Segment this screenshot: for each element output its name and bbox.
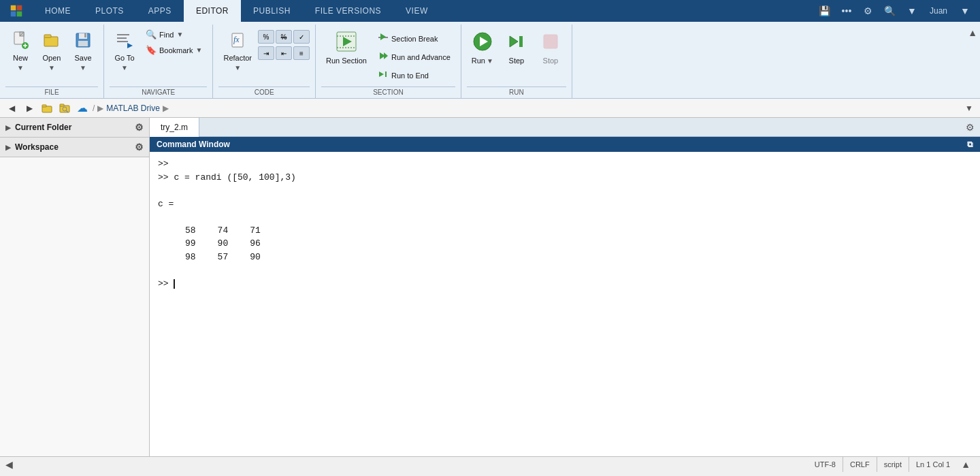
- cmd-prompt-cursor[interactable]: >>: [158, 277, 972, 291]
- run-end-label: Run to End: [391, 72, 429, 80]
- stop-label: Stop: [543, 57, 559, 65]
- find-button[interactable]: 🔍 Find ▼: [141, 27, 207, 42]
- save-label: Save: [74, 54, 91, 63]
- svg-marker-30: [384, 52, 388, 59]
- cmd-blank-3: [158, 264, 972, 277]
- section-break-button[interactable]: Section Break: [373, 30, 455, 47]
- svg-text:fx: fx: [233, 35, 240, 44]
- c-r2-c3: 96: [250, 237, 261, 251]
- run-advance-icon: [378, 50, 389, 63]
- save-arrow: ▼: [80, 64, 86, 72]
- command-window: Command Window ⧉ >> >> c = randi ([50, 1…: [150, 137, 980, 456]
- goto-label: Go To: [114, 54, 134, 63]
- editor-tab-try2[interactable]: try_2.m: [150, 118, 199, 137]
- status-line-ending: CRLF: [843, 457, 877, 472]
- svg-rect-12: [44, 35, 51, 37]
- nav-dropdown[interactable]: ▼: [962, 102, 976, 114]
- save-icon-btn[interactable]: 💾: [815, 1, 834, 20]
- section-section-label: SECTION: [321, 86, 455, 98]
- more-icon-btn[interactable]: •••: [837, 1, 856, 20]
- command-window-content[interactable]: >> >> c = randi ([50, 100],3) c = 58 74 …: [150, 152, 980, 456]
- cmd-data-row-1: 58 74 71: [158, 224, 972, 238]
- sidebar-panel-current-folder[interactable]: ▶ Current Folder ⚙: [0, 118, 149, 138]
- main-area: ▶ Current Folder ⚙ ▶ Workspace ⚙ try_2.m…: [0, 118, 980, 456]
- status-scroll-up[interactable]: ▲: [957, 459, 975, 470]
- svg-rect-11: [44, 37, 58, 46]
- code-icons-row2: ⇥ ⇤ ≡: [258, 46, 310, 60]
- code-section-label: CODE: [218, 86, 310, 98]
- cmd-blank-1: [158, 184, 972, 197]
- code-btn-percent[interactable]: %: [258, 30, 274, 44]
- current-folder-settings[interactable]: ⚙: [135, 122, 144, 133]
- refactor-button[interactable]: fx Refactor ▼: [218, 27, 257, 75]
- svg-rect-1: [11, 5, 16, 11]
- stop-icon: [540, 31, 561, 55]
- new-label: New: [13, 54, 28, 63]
- new-icon: [11, 31, 30, 52]
- run-button[interactable]: Run ▼: [467, 27, 498, 69]
- run-section-button[interactable]: Run Section: [321, 27, 372, 69]
- c-r1-c3: 71: [250, 224, 261, 238]
- c-r3-c2: 57: [218, 251, 229, 264]
- code-btn-outdent[interactable]: ⇤: [276, 46, 292, 60]
- bookmark-button[interactable]: 🔖 Bookmark ▼: [141, 43, 207, 57]
- tab-view[interactable]: VIEW: [393, 0, 440, 22]
- run-end-button[interactable]: Run to End: [373, 67, 455, 84]
- user-dropdown-btn[interactable]: ▼: [956, 1, 975, 20]
- nav-browse-folder[interactable]: [57, 101, 72, 116]
- tab-home[interactable]: HOME: [33, 0, 83, 22]
- status-left-arrow[interactable]: ◀: [5, 459, 13, 470]
- forward-button[interactable]: ▶: [22, 101, 37, 116]
- code-icons-row1: % % ✓: [258, 30, 310, 44]
- status-position: Ln 1 Col 1: [909, 457, 957, 472]
- tab-publish[interactable]: PUBLISH: [241, 0, 303, 22]
- svg-rect-16: [78, 41, 88, 46]
- new-button[interactable]: New ▼: [5, 27, 35, 75]
- settings-icon-btn[interactable]: ⚙: [859, 1, 878, 20]
- tab-plots[interactable]: PLOTS: [83, 0, 136, 22]
- tab-apps[interactable]: APPS: [136, 0, 184, 22]
- nav-sep2: ▶: [97, 104, 103, 113]
- c-r3-c1: 98: [185, 251, 196, 264]
- ribbon: New ▼ Open ▼: [0, 22, 980, 99]
- save-button[interactable]: Save ▼: [68, 27, 98, 75]
- cmd-data-row-3: 98 57 90: [158, 251, 972, 264]
- back-button[interactable]: ◀: [4, 101, 19, 116]
- code-btn-lines[interactable]: ≡: [293, 46, 310, 60]
- open-button[interactable]: Open ▼: [37, 27, 67, 75]
- nav-sep1: /: [93, 104, 95, 113]
- section-buttons: Run Section Section Break: [321, 27, 455, 84]
- c-r2-c1: 99: [185, 237, 196, 251]
- run-end-icon: [378, 69, 389, 82]
- run-advance-button[interactable]: Run and Advance: [373, 48, 455, 65]
- svg-rect-19: [117, 41, 128, 42]
- nav-sep3: ▶: [163, 104, 169, 113]
- nav-cloud[interactable]: ☁: [75, 101, 90, 116]
- step-button[interactable]: Step: [501, 27, 532, 69]
- cmd-data-row-2: 99 90 96: [158, 237, 972, 251]
- find-arrow: ▼: [176, 31, 183, 38]
- search-icon-btn[interactable]: 🔍: [881, 1, 900, 20]
- code-btn-indent[interactable]: ⇥: [258, 46, 274, 60]
- ribbon-section-code: fx Refactor ▼ % % ✓ ⇥ ⇤ ≡ CODE: [213, 25, 316, 98]
- bookmark-label: Bookmark: [159, 46, 193, 54]
- tab-file-versions[interactable]: FILE VERSIONS: [303, 0, 393, 22]
- command-window-title: Command Window: [157, 140, 230, 149]
- code-btn-check[interactable]: ✓: [293, 30, 310, 44]
- run-icon: [472, 31, 493, 55]
- workspace-settings[interactable]: ⚙: [135, 142, 144, 153]
- nav-matlab-drive[interactable]: MATLAB Drive: [106, 104, 159, 113]
- run-label: Run: [472, 57, 485, 65]
- code-btn-strikethrough[interactable]: %: [276, 30, 292, 44]
- nav-folder-up[interactable]: [39, 101, 54, 116]
- tab-editor[interactable]: EDITOR: [184, 0, 241, 22]
- sidebar-panel-workspace[interactable]: ▶ Workspace ⚙: [0, 138, 149, 157]
- goto-button[interactable]: Go To ▼: [110, 27, 140, 75]
- find-label: Find: [159, 31, 174, 39]
- ribbon-collapse[interactable]: ▲: [965, 25, 980, 98]
- command-window-icon[interactable]: ⧉: [967, 140, 973, 149]
- stop-button[interactable]: Stop: [535, 27, 566, 69]
- dropdown-icon-btn[interactable]: ▼: [902, 1, 921, 20]
- editor-tab-settings[interactable]: ⚙: [960, 122, 980, 133]
- c-r3-c3: 90: [250, 251, 261, 264]
